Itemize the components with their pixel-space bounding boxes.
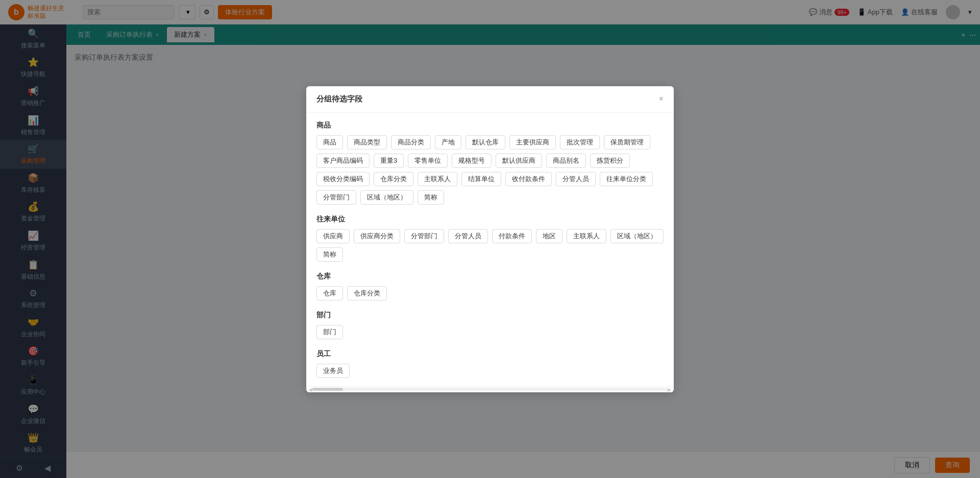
field-payment-terms[interactable]: 付款条件 bbox=[492, 229, 532, 243]
field-dept-managed[interactable]: 分管部门 bbox=[316, 190, 356, 205]
field-product-alias[interactable]: 商品别名 bbox=[546, 154, 586, 168]
section-employee: 员工 业务员 bbox=[316, 349, 664, 378]
scroll-left-arrow[interactable]: ◀ bbox=[308, 387, 312, 392]
modal-horizontal-scrollbar[interactable]: ◀ ▶ bbox=[306, 386, 674, 392]
field-retail-unit[interactable]: 零售单位 bbox=[408, 154, 448, 168]
field-pick-points[interactable]: 拣货积分 bbox=[590, 154, 630, 168]
section-partner-title: 往来单位 bbox=[316, 215, 664, 224]
field-default-supplier[interactable]: 默认供应商 bbox=[496, 154, 542, 168]
section-dept-title: 部门 bbox=[316, 311, 664, 320]
field-partner-category[interactable]: 往来单位分类 bbox=[600, 172, 653, 186]
field-salesperson[interactable]: 业务员 bbox=[316, 364, 350, 378]
field-warehouse-cat[interactable]: 仓库分类 bbox=[347, 286, 387, 300]
field-origin[interactable]: 产地 bbox=[435, 135, 461, 149]
field-expiry-management[interactable]: 保质期管理 bbox=[604, 135, 650, 149]
field-abbreviation[interactable]: 简称 bbox=[418, 190, 444, 205]
field-selection-modal: 分组待选字段 × 商品 商品 商品类型 商品分类 产地 默认仓库 主要供应商 批… bbox=[306, 86, 674, 392]
field-manager[interactable]: 分管人员 bbox=[556, 172, 596, 186]
field-main-contact[interactable]: 主联系人 bbox=[418, 172, 457, 186]
field-customer-product-code[interactable]: 客户商品编码 bbox=[316, 154, 370, 168]
employee-fields: 业务员 bbox=[316, 364, 664, 378]
hscroll-track bbox=[312, 388, 668, 391]
section-product-title: 商品 bbox=[316, 121, 664, 130]
field-payment-conditions[interactable]: 收付款条件 bbox=[505, 172, 552, 186]
field-region[interactable]: 区域（地区） bbox=[360, 190, 413, 205]
modal-title: 分组待选字段 bbox=[316, 94, 362, 104]
field-weight3[interactable]: 重量3 bbox=[374, 154, 404, 168]
field-batch-management[interactable]: 批次管理 bbox=[560, 135, 600, 149]
section-dept: 部门 部门 bbox=[316, 311, 664, 339]
field-product[interactable]: 商品 bbox=[316, 135, 343, 149]
section-product: 商品 商品 商品类型 商品分类 产地 默认仓库 主要供应商 批次管理 保质期管理… bbox=[316, 121, 664, 205]
modal-header: 分组待选字段 × bbox=[306, 86, 674, 113]
field-managed-dept[interactable]: 分管部门 bbox=[404, 229, 444, 243]
section-employee-title: 员工 bbox=[316, 349, 664, 359]
field-main-supplier[interactable]: 主要供应商 bbox=[509, 135, 556, 149]
field-warehouse[interactable]: 仓库 bbox=[316, 286, 343, 300]
section-warehouse: 仓库 仓库 仓库分类 bbox=[316, 272, 664, 300]
field-supplier-category[interactable]: 供应商分类 bbox=[354, 229, 400, 243]
field-managed-person[interactable]: 分管人员 bbox=[448, 229, 488, 243]
field-region2[interactable]: 区域（地区） bbox=[610, 229, 664, 243]
section-warehouse-title: 仓库 bbox=[316, 272, 664, 281]
hscroll-thumb[interactable] bbox=[312, 388, 343, 391]
field-product-category[interactable]: 商品分类 bbox=[391, 135, 431, 149]
section-partner: 往来单位 供应商 供应商分类 分管部门 分管人员 付款条件 地区 主联系人 区域… bbox=[316, 215, 664, 262]
field-main-contact2[interactable]: 主联系人 bbox=[567, 229, 606, 243]
modal-overlay: 分组待选字段 × 商品 商品 商品类型 商品分类 产地 默认仓库 主要供应商 批… bbox=[0, 0, 980, 478]
field-settlement-unit[interactable]: 结算单位 bbox=[461, 172, 501, 186]
field-default-warehouse[interactable]: 默认仓库 bbox=[465, 135, 505, 149]
field-tax-code[interactable]: 税收分类编码 bbox=[316, 172, 370, 186]
product-fields: 商品 商品类型 商品分类 产地 默认仓库 主要供应商 批次管理 保质期管理 客户… bbox=[316, 135, 664, 205]
field-area[interactable]: 地区 bbox=[536, 229, 562, 243]
field-dept[interactable]: 部门 bbox=[316, 325, 343, 339]
warehouse-fields: 仓库 仓库分类 bbox=[316, 286, 664, 300]
field-warehouse-category[interactable]: 仓库分类 bbox=[374, 172, 413, 186]
field-abbr2[interactable]: 简称 bbox=[316, 247, 343, 262]
field-product-type[interactable]: 商品类型 bbox=[347, 135, 387, 149]
modal-body: 商品 商品 商品类型 商品分类 产地 默认仓库 主要供应商 批次管理 保质期管理… bbox=[306, 113, 674, 386]
dept-fields: 部门 bbox=[316, 325, 664, 339]
field-spec-model[interactable]: 规格型号 bbox=[452, 154, 492, 168]
modal-close-button[interactable]: × bbox=[659, 94, 664, 104]
partner-fields: 供应商 供应商分类 分管部门 分管人员 付款条件 地区 主联系人 区域（地区） … bbox=[316, 229, 664, 262]
scroll-right-arrow[interactable]: ▶ bbox=[668, 387, 672, 392]
field-supplier[interactable]: 供应商 bbox=[316, 229, 350, 243]
